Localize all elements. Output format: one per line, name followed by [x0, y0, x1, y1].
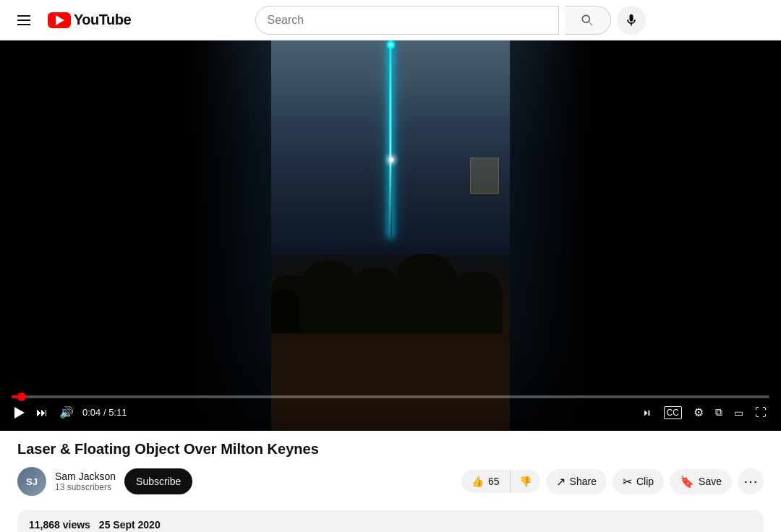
- share-label: Share: [570, 476, 597, 487]
- video-section: ⏭ 🔊 0:04 / 5:11 ⏯ CC: [0, 40, 781, 532]
- description-box[interactable]: 11,868 views 25 Sept 2020 Recorded 24/09…: [17, 510, 764, 532]
- channel-row: Sam Jackson 13 subscribers Subscribe 👍 6…: [17, 467, 764, 496]
- mute-button[interactable]: 🔊: [56, 403, 77, 422]
- captions-icon: CC: [664, 406, 682, 419]
- like-count: 65: [488, 476, 500, 487]
- clip-label: Clip: [636, 476, 654, 487]
- theater-icon: ▭: [734, 407, 743, 419]
- header: YouTube: [0, 0, 781, 40]
- description-meta: 11,868 views 25 Sept 2020: [29, 519, 752, 531]
- share-icon: ↗: [556, 475, 566, 489]
- progress-thumb: [17, 392, 26, 401]
- publish-date: 25 Sept 2020: [99, 519, 161, 531]
- save-button[interactable]: 🔖 Save: [670, 469, 732, 494]
- progress-bar[interactable]: [12, 395, 769, 398]
- play-pause-button[interactable]: [12, 404, 27, 421]
- theater-mode-button[interactable]: ▭: [731, 404, 746, 421]
- skip-forward-button[interactable]: ⏭: [33, 403, 51, 422]
- laser-object: [389, 158, 393, 162]
- video-title: Laser & Floating Object Over Milton Keyn…: [17, 439, 764, 458]
- trees-silhouette: [271, 216, 510, 333]
- dislike-button[interactable]: 👎: [511, 470, 540, 493]
- subscribe-button[interactable]: Subscribe: [124, 468, 192, 494]
- window-light: [470, 158, 499, 194]
- clip-button[interactable]: ✂ Clip: [613, 469, 664, 494]
- play-icon: [14, 407, 25, 419]
- settings-button[interactable]: ⚙: [691, 403, 707, 422]
- share-button[interactable]: ↗ Share: [546, 469, 607, 494]
- search-button[interactable]: [565, 6, 611, 35]
- autoplay-button[interactable]: ⏯: [640, 404, 655, 421]
- subscriber-count: 13 subscribers: [55, 482, 116, 492]
- video-player[interactable]: ⏭ 🔊 0:04 / 5:11 ⏯ CC: [0, 40, 781, 431]
- miniplayer-button[interactable]: ⧉: [712, 403, 725, 421]
- hamburger-menu-button[interactable]: [12, 9, 36, 31]
- channel-info: Sam Jackson 13 subscribers: [55, 471, 116, 492]
- channel-left: Sam Jackson 13 subscribers Subscribe: [17, 467, 192, 496]
- save-label: Save: [699, 476, 722, 487]
- search-icon: [580, 13, 594, 27]
- voice-search-button[interactable]: [617, 6, 646, 35]
- miniplayer-icon: ⧉: [715, 406, 722, 419]
- save-icon: 🔖: [680, 475, 694, 489]
- like-dislike-group: 👍 65 👎: [461, 470, 540, 493]
- thumbs-up-icon: 👍: [471, 476, 484, 487]
- video-player-container[interactable]: ⏭ 🔊 0:04 / 5:11 ⏯ CC: [0, 40, 781, 431]
- header-left: YouTube: [12, 9, 131, 31]
- channel-name[interactable]: Sam Jackson: [55, 471, 116, 482]
- time-display: 0:04 / 5:11: [82, 407, 127, 418]
- settings-icon: ⚙: [693, 406, 704, 419]
- main-content: ⏭ 🔊 0:04 / 5:11 ⏯ CC: [0, 40, 781, 532]
- video-info: Laser & Floating Object Over Milton Keyn…: [0, 431, 781, 510]
- view-count: 11,868 views: [29, 519, 90, 531]
- laser-top: [386, 40, 395, 49]
- laser-beam: [390, 40, 392, 236]
- video-controls: ⏭ 🔊 0:04 / 5:11 ⏯ CC: [0, 390, 781, 431]
- youtube-logo[interactable]: YouTube: [48, 12, 131, 28]
- skip-icon: ⏭: [36, 406, 48, 419]
- volume-icon: 🔊: [59, 406, 74, 419]
- header-center: [131, 6, 769, 35]
- captions-button[interactable]: CC: [661, 403, 685, 422]
- youtube-logo-icon: [48, 12, 71, 28]
- youtube-logo-text: YouTube: [74, 12, 131, 28]
- clip-icon: ✂: [623, 475, 632, 489]
- mic-icon: [624, 13, 639, 27]
- fullscreen-button[interactable]: ⛶: [752, 403, 769, 422]
- progress-fill: [12, 395, 22, 398]
- search-input[interactable]: [256, 7, 558, 34]
- fullscreen-icon: ⛶: [755, 406, 767, 419]
- autoplay-icon: ⏯: [643, 407, 652, 418]
- controls-row: ⏭ 🔊 0:04 / 5:11 ⏯ CC: [12, 403, 769, 422]
- actions-right: 👍 65 👎 ↗ Share ✂ Clip: [461, 468, 764, 494]
- search-bar: [255, 6, 559, 35]
- channel-avatar[interactable]: [17, 467, 46, 496]
- thumbs-down-icon: 👎: [519, 476, 532, 487]
- more-icon: ⋯: [743, 474, 758, 489]
- more-options-button[interactable]: ⋯: [738, 468, 764, 494]
- like-button[interactable]: 👍 65: [461, 470, 511, 493]
